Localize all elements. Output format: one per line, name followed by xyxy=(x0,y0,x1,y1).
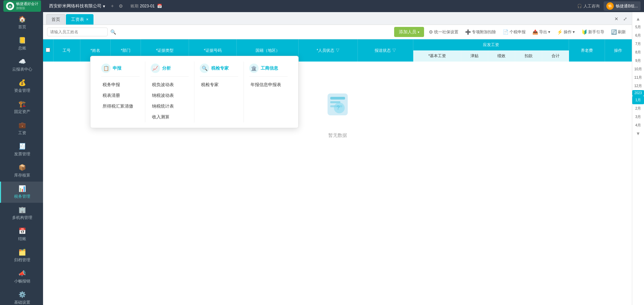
sidebar-label-org: 多机构管理 xyxy=(12,215,32,221)
month-7[interactable]: 7月 xyxy=(632,40,644,48)
calendar-icon[interactable]: 📅 xyxy=(157,4,162,8)
month-3[interactable]: 3月 xyxy=(632,113,644,121)
cloud-icon: ☁️ xyxy=(18,58,26,65)
fund-icon: 💰 xyxy=(18,79,26,86)
dropdown-section-shen-bao: 📋 申报 税务申报 税表清册 所得税汇算清缴 xyxy=(96,62,145,122)
section-header-fen-xi: 📈 分析 xyxy=(151,62,189,77)
avatar: 畅 xyxy=(606,2,614,10)
company-selector[interactable]: 西安虾米网络科技有限公司 ▾ xyxy=(46,2,108,10)
header-status: *人员状态 ▽ xyxy=(299,39,358,62)
item-tax-check[interactable]: 税检专家 xyxy=(200,79,238,90)
dropdown-menu: 📋 申报 税务申报 税表清册 所得税汇算清缴 📈 分析 税负波动表 纳税波动表 … xyxy=(90,56,299,128)
export-button[interactable]: 📤 导出 ▾ xyxy=(530,28,552,36)
special-deduction-button[interactable]: ➕ 专项附加扣除 xyxy=(463,28,498,36)
settings-icon[interactable]: ⚙ xyxy=(117,3,125,9)
sidebar-label-expense: 小畅报销 xyxy=(14,278,30,284)
month-10[interactable]: 10月 xyxy=(632,65,644,73)
user-info[interactable]: 畅 畅捷通B组... xyxy=(604,1,641,11)
tab-salary-label: 工资表 xyxy=(71,16,84,23)
sidebar-item-cloud-report[interactable]: ☁️ 云报表中心 xyxy=(0,54,43,76)
social-insurance-icon: ⚙ xyxy=(429,29,433,35)
tab-salary-table[interactable]: 工资表 × xyxy=(66,14,93,25)
sidebar-item-tax[interactable]: 📊 税务管理 xyxy=(0,182,43,203)
guide-action-button[interactable]: 🔰 新手引导 xyxy=(579,28,606,36)
sidebar-item-salary[interactable]: 💼 工资 xyxy=(0,118,43,139)
item-tax-table[interactable]: 税表清册 xyxy=(101,90,140,101)
sidebar-item-inventory[interactable]: 📦 库存核算 xyxy=(0,160,43,182)
asset-icon: 🏗️ xyxy=(18,100,26,108)
sidebar-item-invoice[interactable]: 🧾 发票管理 xyxy=(0,139,43,160)
guide-action-label: 新手引导 xyxy=(588,29,604,35)
sidebar-label-asset: 固定资产 xyxy=(14,109,30,115)
add-icon[interactable]: ＋ xyxy=(108,2,117,10)
operations-button[interactable]: ⚡ 操作 ▾ xyxy=(555,28,577,36)
search-input[interactable] xyxy=(47,28,108,36)
support-button[interactable]: 🎧 人工咨询 xyxy=(577,3,600,9)
sidebar-item-ledger[interactable]: 📒 总账 xyxy=(0,33,43,54)
sidebar-item-basic-settings[interactable]: ⚙️ 基础设置 xyxy=(0,288,43,305)
social-insurance-label: 统一社保设置 xyxy=(434,29,458,35)
sidebar-label-fund: 资金管理 xyxy=(14,88,30,93)
sub-header-total: 合计 xyxy=(542,50,569,62)
month-5[interactable]: 5月 xyxy=(632,23,644,31)
export-icon: 📤 xyxy=(532,29,538,35)
month-6[interactable]: 6月 xyxy=(632,31,644,40)
tab-expand[interactable]: ⤢ xyxy=(622,15,629,22)
month-4[interactable]: 4月 xyxy=(632,121,644,129)
svg-rect-3 xyxy=(330,97,345,100)
month-1[interactable]: 1月 xyxy=(632,96,644,104)
social-insurance-button[interactable]: ⚙ 统一社保设置 xyxy=(427,28,460,36)
item-tax-wave[interactable]: 纳税波动表 xyxy=(151,90,189,101)
tab-close-window[interactable]: ✕ xyxy=(613,15,620,22)
month-2[interactable]: 2月 xyxy=(632,104,644,113)
sidebar-item-period-end[interactable]: 📅 结账 xyxy=(0,224,43,245)
tax-icon: 📊 xyxy=(18,185,26,192)
guide-action-icon: 🔰 xyxy=(581,29,587,35)
sidebar-label-period: 结账 xyxy=(18,236,26,242)
month-12[interactable]: 12月 xyxy=(632,82,644,90)
headset-icon: 🎧 xyxy=(577,4,582,8)
panel-down-nav[interactable]: ▼ xyxy=(635,129,642,138)
sidebar-label-home: 首页 xyxy=(18,24,26,30)
empty-text: 暂无数据 xyxy=(328,132,347,139)
panel-up-nav[interactable]: ▲ xyxy=(635,15,642,23)
tab-home[interactable]: 首页 xyxy=(46,14,65,25)
item-income-settle[interactable]: 所得税汇算清缴 xyxy=(101,101,140,112)
search-icon[interactable]: 🔍 xyxy=(110,29,116,35)
tax-return-button[interactable]: 📄 个税申报 xyxy=(501,28,528,36)
sidebar-label-salary: 工资 xyxy=(18,130,26,136)
biz-info-icon: 🏛️ xyxy=(249,64,259,73)
sidebar-item-fixed-asset[interactable]: 🏗️ 固定资产 xyxy=(0,97,43,118)
sidebar: 🏠 首页 📒 总账 ☁️ 云报表中心 💰 资金管理 🏗️ 固定资产 💼 工资 🧾… xyxy=(0,12,43,305)
svg-text:?: ? xyxy=(337,105,340,111)
item-tax-declare[interactable]: 税务申报 xyxy=(101,79,140,90)
item-income-calc[interactable]: 收入测算 xyxy=(151,112,189,122)
select-all-checkbox[interactable] xyxy=(46,48,50,52)
sidebar-item-fund[interactable]: 💰 资金管理 xyxy=(0,76,43,97)
sidebar-item-home[interactable]: 🏠 首页 xyxy=(0,12,43,33)
main-layout: 🏠 首页 📒 总账 ☁️ 云报表中心 💰 资金管理 🏗️ 固定资产 💼 工资 🧾… xyxy=(0,12,644,305)
sidebar-item-archive[interactable]: 🗂️ 归档管理 xyxy=(0,245,43,266)
tab-home-label: 首页 xyxy=(51,17,60,22)
expense-icon: 📣 xyxy=(18,270,26,277)
section-header-biz-info: 🏛️ 工商信息 xyxy=(249,62,288,77)
table-header-row: 工号 *姓名 *部门 *证据类型 *证据号码 国籍（地区） *人员状态 ▽ 报送… xyxy=(43,39,632,50)
add-employee-button[interactable]: 添加人员 ▾ xyxy=(394,27,424,37)
sidebar-item-expense[interactable]: 📣 小畅报销 xyxy=(0,266,43,288)
status-filter-icon[interactable]: ▽ xyxy=(336,48,340,53)
period-label: 账期 xyxy=(130,3,139,9)
item-tax-fluctuation[interactable]: 税负波动表 xyxy=(151,79,189,90)
item-annual-report[interactable]: 年报信息申报表 xyxy=(249,79,288,90)
month-8[interactable]: 8月 xyxy=(632,48,644,56)
sub-header-ded: 扣款 xyxy=(515,50,542,62)
month-9[interactable]: 9月 xyxy=(632,56,644,65)
refresh-button[interactable]: 🔄 刷新 xyxy=(609,28,628,36)
month-11[interactable]: 11月 xyxy=(632,73,644,82)
support-label: 人工咨询 xyxy=(583,3,600,9)
tab-close-button[interactable]: × xyxy=(86,17,88,22)
sidebar-item-multi-org[interactable]: 🏢 多机构管理 xyxy=(0,203,43,224)
tab-bar: 首页 工资表 × ✕ ⤢ xyxy=(43,12,632,25)
item-tax-stat[interactable]: 纳税统计表 xyxy=(151,101,189,112)
report-filter-icon[interactable]: ▽ xyxy=(392,48,396,53)
gear-icon: ⚙️ xyxy=(18,291,26,298)
